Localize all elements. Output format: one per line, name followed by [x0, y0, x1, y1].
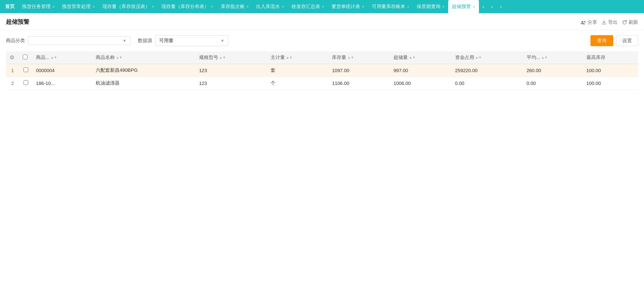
- max-stock: 100.00: [583, 64, 638, 77]
- datasource-label: 数据源: [138, 37, 152, 44]
- chevron-down-icon: ▼: [220, 38, 224, 43]
- nav-item-abnormal[interactable]: 拣货异常处理 ×: [58, 0, 98, 13]
- avg: 0.00: [523, 77, 583, 90]
- nav-item-overstock-warning[interactable]: 超储预警 ×: [448, 0, 479, 13]
- export-button[interactable]: 导出: [601, 19, 618, 26]
- th-overstock[interactable]: 超储量 ▲▼: [390, 51, 451, 64]
- chevron-down-icon: ▼: [122, 38, 127, 43]
- close-icon[interactable]: ×: [211, 4, 213, 9]
- th-unit[interactable]: 主计量 ▲▼: [267, 51, 329, 64]
- nav-item-expiry-query[interactable]: 保质期查询 ×: [413, 0, 448, 13]
- overstock: 997.00: [390, 64, 451, 77]
- table-row: 1 0000004 六配套新昌490BPG 123 套 1097.00 997.…: [6, 64, 638, 77]
- table-row: 2 186-10... 机油滤清器 123 个 1106.00 1006.00 …: [6, 77, 638, 90]
- refresh-icon: [622, 20, 627, 25]
- table-container: ⚙ 商品... ▲▼ 商品名称 ▲▼: [0, 51, 644, 90]
- category-label: 商品分类: [6, 37, 25, 44]
- nav-item-batch-account[interactable]: 库存批次账 ×: [217, 0, 252, 13]
- close-icon[interactable]: ×: [407, 4, 409, 9]
- close-icon[interactable]: ×: [322, 4, 324, 9]
- sort-icon: ▲▼: [347, 56, 354, 59]
- nav-item-inventory-dist[interactable]: 现存量（库存分布表） ×: [158, 0, 217, 13]
- share-button[interactable]: 分享: [581, 19, 597, 26]
- data-table: ⚙ 商品... ▲▼ 商品名称 ▲▼: [6, 51, 638, 90]
- close-icon[interactable]: ×: [362, 4, 364, 9]
- sort-icon: ▲▼: [286, 56, 293, 59]
- gear-icon[interactable]: ⚙: [10, 54, 14, 60]
- capital: 259220.00: [451, 64, 523, 77]
- category-select[interactable]: ▼: [28, 36, 131, 45]
- max-stock: 100.00: [583, 77, 638, 90]
- spec: 123: [195, 64, 267, 77]
- export-icon: [601, 20, 607, 25]
- avg: 260.00: [523, 64, 583, 77]
- select-all-checkbox[interactable]: [23, 55, 28, 59]
- capital: 0.00: [451, 77, 523, 90]
- close-icon[interactable]: ×: [282, 4, 284, 9]
- th-checkbox: [19, 51, 32, 64]
- row-number: 2: [6, 77, 19, 90]
- row-number: 1: [6, 64, 19, 77]
- nav-item-available-account[interactable]: 可用量库存账本 ×: [368, 0, 413, 13]
- nav-item-inventory-status[interactable]: 现存量（库存状况表） ×: [99, 0, 158, 13]
- page-header: 超储预警 分享 导出 刷新: [0, 13, 644, 30]
- inventory: 1097.00: [328, 64, 390, 77]
- sort-icon: ▲▼: [541, 56, 548, 59]
- close-icon[interactable]: ×: [152, 4, 154, 9]
- nav-item-inout-flow[interactable]: 出入库流水 ×: [252, 0, 288, 13]
- sort-icon: ▲▼: [51, 56, 57, 59]
- category-filter: 商品分类 ▼: [6, 36, 131, 45]
- product-code: 186-10...: [32, 77, 92, 90]
- close-icon[interactable]: ×: [52, 4, 55, 9]
- row-checkbox-cell: [19, 64, 32, 77]
- nav-next-arrow[interactable]: ›: [488, 0, 497, 13]
- filter-area: 商品分类 ▼ 数据源 可用量 ▼ 查询 设置: [0, 30, 644, 51]
- product-code: 0000004: [32, 64, 92, 77]
- sort-icon: ▲▼: [409, 56, 416, 59]
- th-capital[interactable]: 资金占用 ▲▼: [451, 51, 523, 64]
- close-icon[interactable]: ×: [442, 4, 444, 9]
- datasource-filter: 数据源 可用量 ▼: [138, 35, 228, 46]
- th-inventory[interactable]: 库存量 ▲▼: [328, 51, 390, 64]
- datasource-select[interactable]: 可用量 ▼: [155, 35, 228, 46]
- settings-button[interactable]: 设置: [616, 35, 638, 46]
- spec: 123: [195, 77, 267, 90]
- unit: 个: [267, 77, 329, 90]
- close-icon[interactable]: ×: [92, 4, 95, 9]
- table-header-row: ⚙ 商品... ▲▼ 商品名称 ▲▼: [6, 51, 638, 64]
- sort-icon: ▲▼: [116, 56, 122, 59]
- share-icon: [581, 20, 586, 25]
- close-icon[interactable]: ×: [473, 4, 475, 9]
- header-actions: 分享 导出 刷新: [581, 19, 638, 26]
- unit: 套: [267, 64, 329, 77]
- row-checkbox[interactable]: [23, 67, 28, 72]
- nav-bar: 首页 拣货任务管理 × 拣货异常处理 × 现存量（库存状况表） × 现存量（库存…: [0, 0, 644, 13]
- page-container: 超储预警 分享 导出 刷新 商品: [0, 13, 644, 293]
- close-icon[interactable]: ×: [246, 4, 249, 9]
- filter-buttons: 查询 设置: [590, 35, 638, 46]
- product-name: 六配套新昌490BPG: [92, 64, 195, 77]
- th-product-name[interactable]: 商品名称 ▲▼: [92, 51, 195, 64]
- nav-item-order-stats[interactable]: 要货单统计表 ×: [328, 0, 368, 13]
- th-product-code[interactable]: 商品... ▲▼: [32, 51, 92, 64]
- nav-item-task-mgmt[interactable]: 拣货任务管理 ×: [18, 0, 58, 13]
- th-avg[interactable]: 平均... ▲▼: [523, 51, 583, 64]
- th-settings: ⚙: [6, 51, 19, 64]
- nav-prev-arrow[interactable]: ‹: [479, 0, 488, 13]
- sort-icon: ▲▼: [475, 56, 482, 59]
- overstock: 1006.00: [390, 77, 451, 90]
- inventory: 1106.00: [328, 77, 390, 90]
- nav-more-arrow[interactable]: ›: [497, 0, 505, 13]
- datasource-value: 可用量: [159, 37, 173, 44]
- th-max-stock[interactable]: 最高库存: [583, 51, 638, 64]
- sort-icon: ▲▼: [219, 56, 226, 59]
- query-button[interactable]: 查询: [590, 35, 613, 46]
- row-checkbox[interactable]: [23, 80, 28, 85]
- refresh-button[interactable]: 刷新: [622, 19, 638, 26]
- th-spec[interactable]: 规格型号 ▲▼: [195, 51, 267, 64]
- page-title: 超储预警: [6, 18, 29, 26]
- nav-item-home[interactable]: 首页: [1, 0, 18, 13]
- row-checkbox-cell: [19, 77, 32, 90]
- nav-item-collect-summary[interactable]: 收发存汇总表 ×: [288, 0, 328, 13]
- product-name: 机油滤清器: [92, 77, 195, 90]
